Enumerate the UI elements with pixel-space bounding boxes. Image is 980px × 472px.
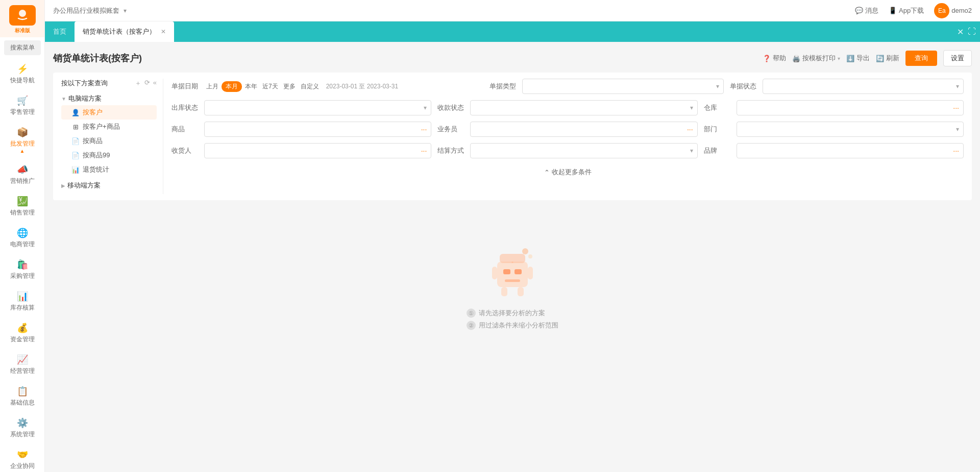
tab-home[interactable]: 首页 [45,21,75,42]
doc-status-label: 单据状态 [730,82,758,91]
collect-status-input[interactable]: ▾ [470,100,697,115]
date-this-month[interactable]: 本月 [222,81,242,92]
out-status-arrow: ▾ [424,104,427,111]
brand-ellipsis[interactable]: ··· [953,147,959,155]
message-btn[interactable]: 💬 消息 [855,6,878,15]
sidebar-item-system[interactable]: ⚙️ 系统管理 [0,412,44,444]
salesman-ellipsis[interactable]: ··· [687,125,693,133]
help-label: 帮助 [773,54,786,63]
doc-type-input[interactable]: ▾ [522,79,723,94]
collapse-label: 收起更多条件 [552,168,592,177]
salesman-input[interactable]: ··· [470,122,697,137]
svg-point-11 [522,248,528,254]
topbar: 办公用品行业模拟账套 ▾ 💬 消息 📱 App下载 Ea demo2 [45,0,980,21]
scheme-item-by-customer-product[interactable]: ⊞ 按客户+商品 [61,120,157,134]
scheme-item-by-product-99[interactable]: 📄 按商品99 [61,148,157,162]
sidebar-item-label: 企业协同 [10,462,35,470]
scheme-panel: 按以下方案查询 ＋ ⟳ « ▼ 电脑端方案 👤 按客户 [61,79,163,194]
out-status-input[interactable]: ▾ [204,100,431,115]
date-custom[interactable]: 自定义 [299,81,321,92]
empty-state: ① 请先选择要分析的方案 ② 用过滤条件来缩小分析范围 [53,200,972,374]
doc-status-input[interactable]: ▾ [763,79,964,94]
user-btn[interactable]: Ea demo2 [934,3,972,18]
tab-close-icon[interactable]: ✕ [161,28,166,35]
filter-row-3: 商品 ··· 业务员 ··· 部门 [172,122,964,137]
filter-form: 单据日期 上月 本月 本年 近7天 更多 自定义 2023-03-01 至 20… [172,79,964,194]
scheme-group-mobile-title[interactable]: ▶ 移动端方案 [61,179,157,192]
brand-input[interactable]: ··· [737,143,964,158]
filter-row-4: 收货人 ··· 结算方式 ▾ 品牌 [172,143,964,158]
sidebar-item-label: 资金管理 [10,335,35,344]
print-btn[interactable]: 🖨️ 按模板打印 ▾ [792,54,840,63]
tab-report[interactable]: 销货单统计表（按客户） ✕ [75,21,174,42]
warehouse-input[interactable]: ··· [737,100,964,115]
settings-button[interactable]: 设置 [943,50,972,66]
settle-label: 结算方式 [437,146,466,155]
mobile-group-label: 移动端方案 [67,181,101,190]
scheme-item-label: 按客户 [83,108,103,117]
export-btn[interactable]: ⬇️ 导出 [846,54,870,63]
filter-row-2: 出库状态 ▾ 收款状态 ▾ 仓库 [172,100,964,115]
scheme-item-by-customer[interactable]: 👤 按客户 [61,105,157,120]
app-download-btn[interactable]: 📱 App下载 [889,6,924,15]
wholesale-icon: 📦 [17,127,28,138]
brand-field: 品牌 ··· [704,143,964,158]
sidebar-item-enterprise[interactable]: 🤝 企业协同 [0,444,44,472]
sidebar-item-sales[interactable]: 💹 销售管理 [0,191,44,222]
doc-type-label: 单据类型 [489,82,518,91]
dept-input[interactable]: ▾ [737,122,964,137]
sidebar-item-quicknav[interactable]: ⚡ 快捷导航 [0,58,44,90]
date-7days[interactable]: 近7天 [260,81,280,92]
date-label: 单据日期 [172,82,200,91]
sidebar-item-marketing[interactable]: 📣 营销推广 [0,159,44,191]
scheme-item-by-product[interactable]: 📄 按商品 [61,134,157,148]
tip-num-1: ① [467,309,476,318]
date-last-month[interactable]: 上月 [204,81,220,92]
collapse-scheme-icon[interactable]: « [153,79,157,88]
date-this-year[interactable]: 本年 [243,81,259,92]
scheme-group-desktop: ▼ 电脑端方案 👤 按客户 ⊞ 按客户+商品 📄 按商品 [61,92,157,177]
sidebar-item-retail[interactable]: 🛒 零售管理 [0,90,44,122]
goods-input[interactable]: ··· [204,122,431,137]
scheme-item-return-stats[interactable]: 📊 退货统计 [61,162,157,177]
empty-tips: ① 请先选择要分析的方案 ② 用过滤条件来缩小分析范围 [467,309,558,333]
receiver-input[interactable]: ··· [204,143,431,158]
search-menu-btn[interactable]: 搜索菜单 [4,40,41,55]
settle-arrow: ▾ [690,147,693,154]
scheme-group-desktop-title[interactable]: ▼ 电脑端方案 [61,92,157,105]
refresh-scheme-icon[interactable]: ⟳ [144,79,150,88]
empty-tip-1: ① 请先选择要分析的方案 [467,309,558,318]
sidebar-item-label: 销售管理 [10,208,35,217]
brand-label: 品牌 [704,146,732,155]
sidebar-item-ecommerce[interactable]: 🌐 电商管理 [0,222,44,254]
tab-close-all-icon[interactable]: ✕ [957,27,964,37]
receiver-ellipsis[interactable]: ··· [421,147,427,155]
warehouse-ellipsis[interactable]: ··· [953,104,959,112]
help-btn[interactable]: ❓ 帮助 [763,54,786,63]
refresh-btn[interactable]: 🔄 刷新 [876,54,899,63]
filter-row-1: 单据日期 上月 本月 本年 近7天 更多 自定义 2023-03-01 至 20… [172,79,964,94]
query-button[interactable]: 查询 [905,51,937,66]
scheme-item-label: 按商品99 [83,151,110,160]
maximize-icon[interactable]: ⛶ [968,27,976,36]
desktop-group-label: 电脑端方案 [68,94,102,103]
by-product-99-icon: 📄 [71,151,80,159]
sidebar-item-label: 基础信息 [10,398,35,407]
sidebar-item-basic[interactable]: 📋 基础信息 [0,381,44,412]
add-scheme-icon[interactable]: ＋ [135,79,141,88]
topbar-dropdown-arrow[interactable]: ▾ [124,7,127,14]
marketing-icon: 📣 [17,164,28,175]
collapse-bar[interactable]: ⌃ 收起更多条件 [172,164,964,180]
sidebar-item-finance[interactable]: 💰 资金管理 [0,317,44,349]
sidebar-item-purchase[interactable]: 🛍️ 采购管理 [0,254,44,286]
date-more[interactable]: 更多 [281,81,298,92]
sidebar-item-wholesale[interactable]: 📦 批发管理 ▲ [0,122,44,159]
svg-rect-1 [497,262,528,287]
goods-ellipsis[interactable]: ··· [421,125,427,133]
sidebar-item-inventory[interactable]: 📊 库存核算 [0,286,44,317]
sidebar-item-operations[interactable]: 📈 经营管理 [0,349,44,381]
print-dropdown-arrow[interactable]: ▾ [838,56,840,61]
scheme-item-label: 退货统计 [83,165,109,174]
tip-label-2: 用过滤条件来缩小分析范围 [479,321,558,330]
settle-input[interactable]: ▾ [470,143,697,158]
